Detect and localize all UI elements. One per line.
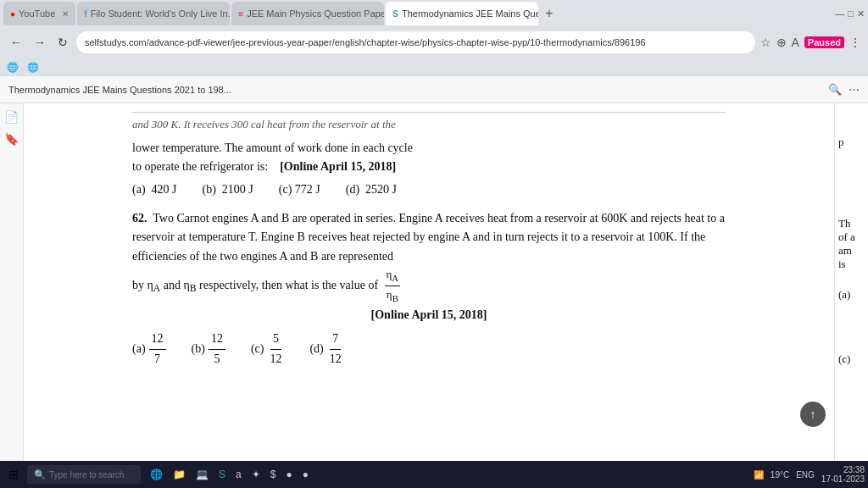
tab-jee1-label: JEE Main Physics Question Pape... <box>247 8 384 19</box>
start-button[interactable]: ⊞ <box>3 466 24 483</box>
q62-options: (a) 12 7 (b) 12 5 <box>132 330 726 369</box>
taskbar-lang: ENG <box>796 470 815 480</box>
pdf-search-icon[interactable]: 🔍 <box>828 83 842 96</box>
q61-text-line1: lower temperature. The amount of work do… <box>132 139 726 158</box>
q62-option-c: (c) 5 12 <box>251 330 285 369</box>
right-line-4: am <box>838 244 865 258</box>
paused-badge: Paused <box>804 36 844 48</box>
bookmark-icon[interactable]: ☆ <box>760 36 771 49</box>
pdf-more-icon[interactable]: ⋯ <box>849 83 860 96</box>
menu-icon[interactable]: ⋮ <box>849 36 861 49</box>
q62-block: 62. Two Carnot engines A and B are opera… <box>132 209 726 369</box>
right-line-5: is <box>838 258 865 271</box>
bookmark-1[interactable]: 🌐 <box>7 62 19 73</box>
right-line-6: (a) <box>838 288 865 302</box>
pdf-toolbar: Thermodynamics JEE Mains Questions 2021 … <box>0 76 868 103</box>
tab-youtube[interactable]: ● YouTube ✕ <box>3 2 75 25</box>
taskbar-icon-7[interactable]: $ <box>268 467 279 482</box>
taskbar-search-input[interactable] <box>49 470 134 480</box>
address-input[interactable] <box>76 31 755 53</box>
q61-text-line2: to operate the refrigerator is: [Online … <box>132 158 726 176</box>
q61-options: (a) 420 J (b) 2100 J (c) 772 J (d) 2520 … <box>132 180 726 199</box>
q61-option-b: (b) 2100 J <box>203 180 253 199</box>
window-maximize[interactable]: □ <box>848 8 854 19</box>
address-bar: ← → ↻ ☆ ⊕ A Paused ⋮ <box>0 27 868 58</box>
taskbar-icon-8[interactable]: ● <box>283 467 294 482</box>
thermo-favicon: S <box>392 9 398 19</box>
extension-icon[interactable]: ⊕ <box>776 36 787 49</box>
jee1-favicon: ≡ <box>238 9 243 19</box>
bookmarks-bar: 🌐 🌐 <box>0 58 868 76</box>
q62-option-b: (b) 12 5 <box>192 330 225 369</box>
refresh-button[interactable]: ↻ <box>54 34 71 51</box>
scroll-up-button[interactable]: ↑ <box>800 402 826 427</box>
right-line-7: (c) <box>838 352 865 366</box>
window-close[interactable]: ✕ <box>857 8 865 19</box>
tab-filo[interactable]: f Filo Student: World's Only Live In... … <box>77 2 230 25</box>
profile-icon[interactable]: A <box>792 36 799 49</box>
tab-youtube-label: YouTube <box>19 8 55 19</box>
taskbar-wifi: 📶 <box>754 470 764 480</box>
youtube-favicon: ● <box>10 9 15 19</box>
q61-block: lower temperature. The amount of work do… <box>132 139 726 199</box>
q62-option-a: (a) 12 7 <box>132 330 166 369</box>
forward-button[interactable]: → <box>31 34 49 51</box>
q62-frac-c: 5 12 <box>267 330 284 369</box>
q62-frac-d: 7 12 <box>327 330 344 369</box>
tab-jee1[interactable]: ≡ JEE Main Physics Question Pape... ✕ <box>231 2 384 25</box>
q62-number: 62. <box>132 212 147 225</box>
tab-youtube-close[interactable]: ✕ <box>62 9 69 19</box>
faded-line: and 300 K. It receives 300 cal heat from… <box>132 112 726 134</box>
eta-fraction: ηA ηB <box>385 266 401 306</box>
pdf-sidebar-page-icon[interactable]: 📄 <box>4 110 19 124</box>
taskbar-icon-9[interactable]: ● <box>300 467 311 482</box>
taskbar-search-box[interactable]: 🔍 <box>27 465 141 484</box>
taskbar: ⊞ 🔍 🌐 📁 💻 S a ✦ $ ● ● 📶 19°C ENG 23:38 1… <box>0 461 868 488</box>
q62-date: [Online April 15, 2018] <box>132 306 726 324</box>
pdf-page: and 300 K. It receives 300 cal heat from… <box>132 112 726 369</box>
pdf-content: 📄 🔖 and 300 K. It receives 300 cal heat … <box>0 103 868 461</box>
tab-filo-label: Filo Student: World's Only Live In... <box>91 8 231 19</box>
q61-option-a: (a) 420 J <box>132 180 177 199</box>
pdf-title: Thermodynamics JEE Mains Questions 2021 … <box>8 85 231 95</box>
taskbar-right: 📶 19°C ENG 23:38 17-01-2023 <box>754 465 865 484</box>
bookmark-2[interactable]: 🌐 <box>27 62 39 73</box>
tab-bar: ● YouTube ✕ f Filo Student: World's Only… <box>0 0 868 27</box>
taskbar-search-icon: 🔍 <box>34 469 46 480</box>
q62-text2: by ηA and ηB respectively, then what is … <box>132 266 726 306</box>
taskbar-temp: 19°C <box>771 470 789 480</box>
q61-option-d: (d) 2520 J <box>346 180 397 199</box>
pdf-right-column: p Th of a am is (a) (c) <box>834 103 868 461</box>
q62-option-d: (d) 7 12 <box>309 330 343 369</box>
pdf-toolbar-left: Thermodynamics JEE Mains Questions 2021 … <box>8 85 231 95</box>
q62-frac-b: 12 5 <box>209 330 225 369</box>
new-tab-button[interactable]: + <box>540 6 558 21</box>
taskbar-icon-1[interactable]: 🌐 <box>147 467 165 482</box>
taskbar-icon-5[interactable]: a <box>233 467 244 482</box>
pdf-toolbar-right: 🔍 ⋯ <box>828 83 860 96</box>
q62-text: 62. Two Carnot engines A and B are opera… <box>132 209 726 266</box>
page-area: Thermodynamics JEE Mains Questions 2021 … <box>0 76 868 461</box>
q61-date: [Online April 15, 2018] <box>280 160 396 173</box>
tab-thermo-label: Thermodynamics JEE Mains Que... <box>402 8 538 19</box>
pdf-main-content: and 300 K. It receives 300 cal heat from… <box>24 103 834 461</box>
tab-thermo[interactable]: S Thermodynamics JEE Mains Que... ✕ <box>386 2 538 25</box>
taskbar-icon-6[interactable]: ✦ <box>249 467 263 482</box>
taskbar-icon-3[interactable]: 💻 <box>193 467 211 482</box>
taskbar-pinned-icons: 🌐 📁 💻 S a ✦ $ ● ● <box>147 467 311 482</box>
pdf-sidebar: 📄 🔖 <box>0 103 24 461</box>
q62-frac-a: 12 7 <box>149 330 166 369</box>
browser-chrome: ● YouTube ✕ f Filo Student: World's Only… <box>0 0 868 76</box>
filo-favicon: f <box>84 9 86 19</box>
q61-option-c: (c) 772 J <box>279 180 320 199</box>
right-line-2: Th <box>838 217 865 230</box>
pdf-sidebar-bookmark-icon[interactable]: 🔖 <box>4 132 19 146</box>
taskbar-icon-4[interactable]: S <box>216 467 228 482</box>
right-line-3: of a <box>838 230 865 244</box>
right-col-content: p Th of a am is (a) (c) <box>838 136 865 366</box>
taskbar-time-value: 23:38 <box>821 465 865 474</box>
right-line-1: p <box>838 136 865 149</box>
taskbar-icon-2[interactable]: 📁 <box>170 467 188 482</box>
back-button[interactable]: ← <box>7 34 25 51</box>
window-minimize[interactable]: — <box>835 8 844 19</box>
